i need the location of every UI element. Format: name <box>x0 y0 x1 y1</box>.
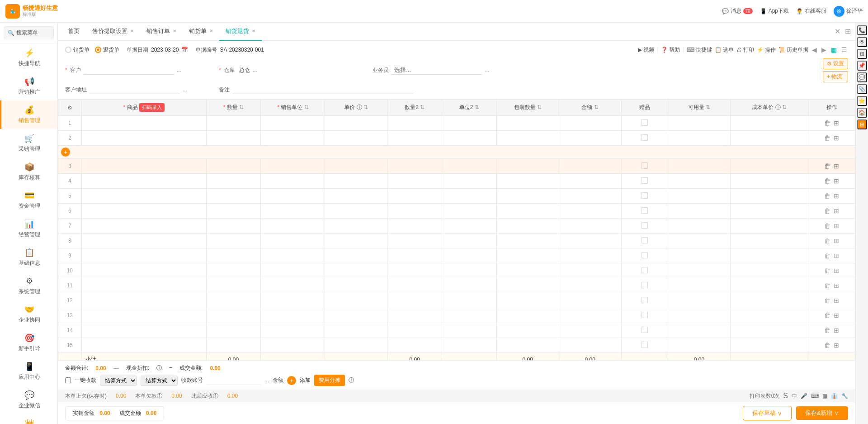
amount-cell[interactable] <box>559 323 621 338</box>
qty-cell[interactable] <box>206 204 261 219</box>
unit-price-cell[interactable] <box>325 174 387 189</box>
pack-qty-cell[interactable] <box>496 159 559 174</box>
video-btn[interactable]: ▶ 视频 <box>638 46 654 54</box>
sales-unit-cell[interactable] <box>261 293 325 308</box>
unit2-cell[interactable] <box>442 278 497 293</box>
qty2-cell[interactable] <box>387 263 442 278</box>
copy-row-btn[interactable]: ⊞ <box>833 162 840 171</box>
amount-cell[interactable] <box>559 293 621 308</box>
address-dots[interactable]: ... <box>183 86 187 93</box>
cost-unit-cell[interactable] <box>731 338 808 353</box>
calendar-icon[interactable]: 📅 <box>181 47 188 53</box>
amount-cell[interactable] <box>559 204 621 219</box>
available-cell[interactable] <box>668 189 731 204</box>
save-new-btn[interactable]: 保存&新增 ∨ <box>796 406 848 420</box>
pack-qty-cell[interactable] <box>496 338 559 353</box>
unit2-cell[interactable] <box>442 116 497 131</box>
available-cell[interactable] <box>668 323 731 338</box>
delete-row-btn[interactable]: 🗑 <box>823 133 831 143</box>
sales-unit-cell[interactable] <box>261 189 325 204</box>
product-cell[interactable] <box>81 131 206 146</box>
sidebar-item-basics[interactable]: 📋 基础信息 <box>0 243 57 272</box>
tab-close-all-btn[interactable]: ✕ <box>834 26 841 37</box>
product-cell[interactable] <box>81 323 206 338</box>
delete-row-btn[interactable]: 🗑 <box>823 266 831 275</box>
available-cell[interactable] <box>668 159 731 174</box>
rp-btn9[interactable]: ⊞ <box>857 119 867 129</box>
unit2-cell[interactable] <box>442 233 497 248</box>
fees-btn[interactable]: 费用分摊 <box>314 375 345 386</box>
operate-btn[interactable]: ⚡ 操作 <box>757 46 776 54</box>
sales-unit-cell[interactable] <box>261 308 325 323</box>
qty-cell[interactable] <box>206 323 261 338</box>
gift-checkbox[interactable] <box>642 119 648 126</box>
qty-cell[interactable] <box>206 293 261 308</box>
unit2-cell[interactable] <box>442 308 497 323</box>
delete-row-btn[interactable]: 🗑 <box>823 311 831 320</box>
add-table-row-btn[interactable]: + <box>61 148 70 157</box>
sidebar-item-marketing[interactable]: 📢 营销推广 <box>0 72 57 100</box>
available-cell[interactable] <box>668 116 731 131</box>
delete-row-btn[interactable]: 🗑 <box>823 162 831 171</box>
qty2-cell[interactable] <box>387 219 442 233</box>
prev-btn[interactable]: ◀ <box>811 45 818 54</box>
copy-row-btn[interactable]: ⊞ <box>833 326 840 335</box>
sidebar-item-apps[interactable]: 📱 应用中心 <box>0 357 57 386</box>
history-btn[interactable]: 📜 历史单据 <box>778 46 808 54</box>
gift-checkbox[interactable] <box>642 162 648 169</box>
unit2-cell[interactable] <box>442 263 497 278</box>
amount-cell[interactable] <box>559 338 621 353</box>
tool1[interactable]: 中 <box>792 392 797 400</box>
online-service-btn[interactable]: 👨‍💼 在线客服 <box>796 7 826 15</box>
sales-unit-cell[interactable] <box>261 204 325 219</box>
available-cell[interactable] <box>668 248 731 263</box>
unit2-cell[interactable] <box>442 248 497 263</box>
gift-checkbox[interactable] <box>642 237 648 243</box>
gift-checkbox[interactable] <box>642 312 648 318</box>
help-btn[interactable]: ❓ 帮助 <box>661 46 680 54</box>
gift-checkbox[interactable] <box>642 297 648 303</box>
tool6[interactable]: 🔧 <box>841 393 848 399</box>
user-profile[interactable]: 徐 徐泽华 <box>834 6 863 17</box>
unit2-cell[interactable] <box>442 174 497 189</box>
gift-checkbox[interactable] <box>642 252 648 258</box>
cost-unit-cell[interactable] <box>731 189 808 204</box>
qty-cell[interactable] <box>206 263 261 278</box>
delete-row-btn[interactable]: 🗑 <box>823 206 831 215</box>
sidebar-item-enterprise[interactable]: 🤝 企业协同 <box>0 300 57 329</box>
product-cell[interactable] <box>81 233 206 248</box>
amount-cell[interactable] <box>559 308 621 323</box>
cost-unit-cell[interactable] <box>731 308 808 323</box>
pack-qty-cell[interactable] <box>496 233 559 248</box>
amount-cell[interactable] <box>559 219 621 233</box>
tab-sales-delivery-close[interactable]: ✕ <box>209 29 213 33</box>
amount-cell[interactable] <box>559 248 621 263</box>
pack-qty-cell[interactable] <box>496 174 559 189</box>
available-cell[interactable] <box>668 204 731 219</box>
copy-row-btn[interactable]: ⊞ <box>833 251 840 260</box>
copy-row-btn[interactable]: ⊞ <box>833 133 840 143</box>
qty2-cell[interactable] <box>387 233 442 248</box>
gift-checkbox[interactable] <box>642 207 648 214</box>
sidebar-item-purchase[interactable]: 🛒 采购管理 <box>0 129 57 157</box>
calculation-select[interactable]: 结算方式 <box>141 376 178 386</box>
one-click-checkbox[interactable] <box>65 377 71 383</box>
sales-unit-cell[interactable] <box>261 338 325 353</box>
sidebar-item-newbie[interactable]: 🎯 新手引导 <box>0 329 57 357</box>
cost-unit-cell[interactable] <box>731 159 808 174</box>
delete-row-btn[interactable]: 🗑 <box>823 221 831 230</box>
qty-cell[interactable] <box>206 131 261 146</box>
sidebar-item-wechat[interactable]: 💬 企业微信 <box>0 386 57 414</box>
delete-row-btn[interactable]: 🗑 <box>823 296 831 305</box>
available-cell[interactable] <box>668 293 731 308</box>
unit-price-cell[interactable] <box>325 308 387 323</box>
address-input[interactable] <box>90 85 180 94</box>
qty2-cell[interactable] <box>387 204 442 219</box>
copy-row-btn[interactable]: ⊞ <box>833 119 840 128</box>
tool5[interactable]: 👔 <box>831 393 838 399</box>
qty-cell[interactable] <box>206 159 261 174</box>
sidebar-item-sales[interactable]: 💰 销售管理 <box>0 100 57 129</box>
copy-row-btn[interactable]: ⊞ <box>833 296 840 305</box>
qty2-cell[interactable] <box>387 338 442 353</box>
pack-qty-cell[interactable] <box>496 278 559 293</box>
